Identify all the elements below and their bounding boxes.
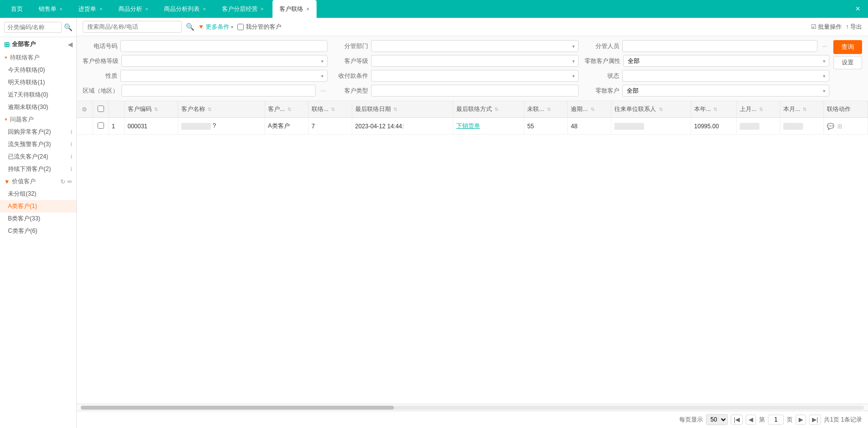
sidebar-item-7days[interactable]: 近7天待联络(0) xyxy=(0,89,76,101)
nav-tab-purchase[interactable]: 进货单 × xyxy=(71,0,109,18)
sidebar-item-b-class[interactable]: B类客户(33) xyxy=(0,213,76,225)
gear-icon[interactable]: ⚙ xyxy=(82,106,87,113)
th-this-year-label: 本年... xyxy=(694,106,711,112)
region-input[interactable] xyxy=(121,85,316,97)
staff-more-icon[interactable]: ··· xyxy=(820,43,829,50)
prev-page-button[interactable]: ◀ xyxy=(746,415,756,425)
td-name: ? xyxy=(178,118,265,135)
settings-button[interactable]: 设置 xyxy=(833,56,862,69)
th-contact: 联络... ⇅ xyxy=(308,101,352,118)
select-all-checkbox[interactable] xyxy=(98,106,104,112)
sidebar-item-a-class[interactable]: A类客户(1) xyxy=(0,200,76,213)
phone-input[interactable] xyxy=(120,40,327,52)
filter-more-label: 更多条件 xyxy=(206,23,229,31)
nav-tab-sales[interactable]: 销售单 × xyxy=(32,0,69,18)
my-customers-checkbox-wrap[interactable]: 我分管的客户 xyxy=(237,23,281,31)
th-last-date-label: 最后联络日期 xyxy=(355,106,391,112)
scrollbar-track[interactable] xyxy=(81,406,864,410)
unit-contact-masked xyxy=(614,123,644,130)
sidebar-item-today[interactable]: 今天待联络(0) xyxy=(0,64,76,76)
last-method-link[interactable]: 下销货单 xyxy=(456,122,480,129)
query-button[interactable]: 查询 xyxy=(833,40,862,54)
sidebar-item-churned[interactable]: 已流失客户(24) ℹ xyxy=(0,151,76,163)
filter-actions: ☑ 批量操作 ↑ 导出 xyxy=(811,23,862,31)
nature-select-wrap xyxy=(120,70,327,82)
sidebar-item-c-class[interactable]: C类客户(6) xyxy=(0,225,76,237)
edit-icon[interactable]: ✏ xyxy=(67,178,72,185)
sidebar-item-churn-warn[interactable]: 流失预警客户(3) ℹ xyxy=(0,138,76,151)
sidebar-item-repurchase[interactable]: 回购异常客户(2) ℹ xyxy=(0,126,76,138)
sidebar-search-icon[interactable]: 🔍 xyxy=(64,23,72,31)
sidebar-item-overdue[interactable]: 逾期未联络(30) xyxy=(0,101,76,113)
filter-staff: 分管人员 ··· xyxy=(585,40,829,52)
sidebar-collapse-icon[interactable]: ◀ xyxy=(68,41,72,48)
ungrouped-label: 未分组(32) xyxy=(8,190,36,198)
my-customers-checkbox[interactable] xyxy=(237,24,244,30)
filter-nature: 性质 xyxy=(83,70,327,82)
last-page-button[interactable]: ▶| xyxy=(809,415,821,425)
tab-purchase-label: 进货单 xyxy=(78,5,96,13)
sidebar-problem-group: ▼ 问题客户 xyxy=(0,113,76,126)
row-checkbox[interactable] xyxy=(98,122,104,129)
pagination: 每页显示 50 |◀ ◀ 第 页 ▶ ▶| 共1页 1条记录 xyxy=(77,411,868,428)
nav-tab-customer-tier[interactable]: 客户分层经营 × xyxy=(215,0,271,18)
region-more-icon[interactable]: ··· xyxy=(319,87,327,94)
tab-customer-contact-close[interactable]: × xyxy=(306,6,309,12)
status-select[interactable] xyxy=(622,70,829,82)
payment-select[interactable] xyxy=(371,70,578,82)
td-code: 000031 xyxy=(124,118,178,135)
tab-analysis-list-close[interactable]: × xyxy=(203,6,206,12)
first-page-button[interactable]: |◀ xyxy=(731,415,743,425)
dept-select[interactable] xyxy=(371,40,578,52)
declining-help-icon: ℹ xyxy=(70,166,72,172)
c-class-label: C类客户(6) xyxy=(8,227,37,235)
chat-icon[interactable]: 💬 xyxy=(827,123,834,130)
filter-search-button[interactable]: 🔍 xyxy=(186,23,194,31)
export-button[interactable]: ↑ 导出 xyxy=(846,23,862,31)
retail-customer-label: 零散客户 xyxy=(585,87,619,95)
customer-type-input[interactable] xyxy=(371,85,578,97)
tab-analysis-close[interactable]: × xyxy=(145,6,148,12)
nature-select[interactable] xyxy=(120,70,327,82)
th-overdue-label: 逾期... xyxy=(571,106,588,112)
customer-level-select[interactable] xyxy=(371,55,578,67)
sidebar-all-customers[interactable]: ⊞ 全部客户 ◀ xyxy=(0,37,76,52)
nav-home[interactable]: 首页 xyxy=(4,0,30,18)
th-last-date: 最后联络日期 ⇅ xyxy=(352,101,453,118)
nav-tab-analysis[interactable]: 商品分析 × xyxy=(111,0,155,18)
scrollbar-thumb[interactable] xyxy=(81,406,394,410)
staff-input[interactable] xyxy=(622,40,817,52)
filter-row-3: 性质 收付款条件 状态 xyxy=(83,70,829,82)
retail-customer-select-wrap: 全部 xyxy=(622,85,829,97)
refresh-icon[interactable]: ↻ xyxy=(60,178,65,185)
th-this-year-sort: ⇅ xyxy=(713,107,717,112)
tab-purchase-close[interactable]: × xyxy=(99,6,102,12)
tab-analysis-label: 商品分析 xyxy=(118,5,142,13)
th-last-method-label: 最后联络方式 xyxy=(456,106,492,112)
sidebar-item-tomorrow[interactable]: 明天待联络(1) xyxy=(0,76,76,89)
export-icon: ↑ xyxy=(846,23,849,30)
next-page-button[interactable]: ▶ xyxy=(796,415,806,425)
grid-action-icon[interactable]: ⊞ xyxy=(837,123,842,130)
nav-tab-customer-contact[interactable]: 客户联络 × xyxy=(272,0,316,18)
page-input[interactable] xyxy=(768,415,784,425)
window-close-button[interactable]: × xyxy=(852,4,864,13)
sidebar-item-declining[interactable]: 持续下滑客户(2) ℹ xyxy=(0,163,76,175)
td-gear xyxy=(77,118,93,135)
nav-tab-analysis-list[interactable]: 商品分析列表 × xyxy=(157,0,213,18)
sidebar-search-input[interactable] xyxy=(4,22,62,33)
filter-search-input[interactable] xyxy=(83,21,182,33)
filter-more-button[interactable]: ▼ 更多条件 ▾ xyxy=(198,23,233,31)
tab-sales-close[interactable]: × xyxy=(59,6,62,12)
table-wrap: ⚙ 客户编码 ⇅ 客户名称 ⇅ xyxy=(77,101,868,404)
per-page-select[interactable]: 50 xyxy=(706,414,728,425)
batch-ops-button[interactable]: ☑ 批量操作 xyxy=(811,23,842,31)
retail-attr-select[interactable]: 全部 xyxy=(623,55,829,67)
retail-customer-select[interactable]: 全部 xyxy=(622,85,829,97)
horizontal-scrollbar[interactable] xyxy=(77,404,868,411)
price-level-select[interactable] xyxy=(121,55,327,67)
tab-customer-tier-close[interactable]: × xyxy=(261,6,264,12)
dept-label: 分管部门 xyxy=(333,42,368,51)
sidebar-item-ungrouped[interactable]: 未分组(32) xyxy=(0,188,76,200)
price-level-select-wrap xyxy=(121,55,327,67)
